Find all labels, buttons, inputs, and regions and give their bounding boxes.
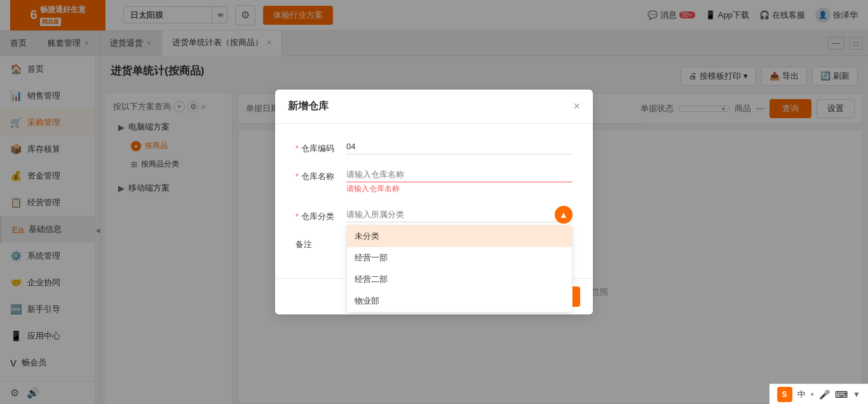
new-warehouse-modal: 新增仓库 × 仓库编码 仓库名称 请输入仓库名称 仓库分类: [275, 90, 593, 314]
code-label: 仓库编码: [295, 139, 346, 154]
dot-icon: •: [811, 389, 815, 400]
form-row-code: 仓库编码: [295, 139, 573, 154]
category-input[interactable]: [346, 207, 573, 222]
category-label: 仓库分类: [295, 207, 346, 222]
modal-close-btn[interactable]: ×: [573, 100, 580, 113]
dropdown-item-dept3[interactable]: 物业部: [347, 290, 572, 312]
brand-logo-bottom: S: [777, 387, 792, 402]
chinese-input-icon[interactable]: 中: [797, 389, 806, 400]
keyboard-icon[interactable]: ⌨: [835, 389, 848, 400]
modal-overlay: 新增仓库 × 仓库编码 仓库名称 请输入仓库名称 仓库分类: [0, 0, 868, 404]
category-wrapper: ▲ 未分类 经营一部 经营二部 物业部: [346, 207, 573, 222]
dropdown-item-dept1[interactable]: 经营一部: [347, 247, 572, 269]
category-dropdown-btn[interactable]: ▲: [555, 206, 573, 224]
category-dropdown-list: 未分类 经营一部 经营二部 物业部: [346, 225, 573, 313]
name-label: 仓库名称: [295, 167, 346, 182]
dropdown-item-uncategorized[interactable]: 未分类: [347, 226, 572, 247]
modal-title: 新增仓库: [288, 100, 329, 113]
form-row-category: 仓库分类 ▲ 未分类 经营一部 经营二部 物业部: [295, 207, 573, 222]
mic-icon[interactable]: 🎤: [819, 389, 830, 400]
settings-bottom-icon2[interactable]: ▼: [853, 390, 860, 399]
form-row-name: 仓库名称 请输入仓库名称: [295, 167, 573, 194]
modal-header: 新增仓库 ×: [275, 90, 593, 124]
note-label: 备注: [295, 235, 346, 250]
modal-body: 仓库编码 仓库名称 请输入仓库名称 仓库分类 ▲: [275, 124, 593, 278]
code-input[interactable]: [346, 139, 573, 154]
name-input[interactable]: [346, 167, 573, 182]
dropdown-item-dept2[interactable]: 经营二部: [347, 269, 572, 290]
name-error-msg: 请输入仓库名称: [346, 184, 400, 194]
